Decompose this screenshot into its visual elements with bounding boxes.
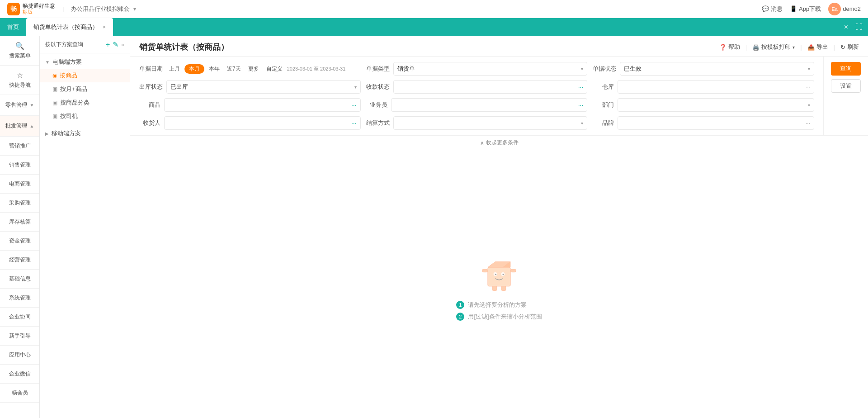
scheme-group-header-mobile[interactable]: ▶ 移动端方案 xyxy=(40,127,130,140)
settlement-input[interactable]: ▾ xyxy=(393,116,588,130)
date-tab-last7[interactable]: 近7天 xyxy=(224,64,244,74)
svg-rect-7 xyxy=(492,286,497,291)
sidebar-item-search[interactable]: 🔍 搜索菜单 xyxy=(0,36,39,66)
salesperson-label: 业务员 xyxy=(366,101,391,109)
scheme-collapse-btn[interactable]: « xyxy=(121,42,124,48)
sidebar-item-apps[interactable]: 应用中心 xyxy=(0,346,39,365)
scheme-panel-title: 按以下方案查询 xyxy=(45,41,83,48)
svg-point-3 xyxy=(495,274,496,275)
date-range: 2023-03-01 至 2023-03-31 xyxy=(287,66,346,72)
sidebar-item-guide[interactable]: 新手引导 xyxy=(0,327,39,346)
message-btn[interactable]: 💬 消息 xyxy=(762,5,783,13)
sidebar-item-finance[interactable]: 资金管理 xyxy=(0,232,39,251)
sidebar-item-basic[interactable]: 基础信息 xyxy=(0,270,39,289)
filter-warehouse-cell: 仓库 ··· xyxy=(593,80,814,94)
filter-section: 单据日期 上月 本月 本年 近7天 更多 自定义 2023-03-01 至 20… xyxy=(130,57,868,136)
filter-stock-cell: 出库状态 已出库 ▾ xyxy=(139,80,361,94)
filter-brand-cell: 品牌 ··· xyxy=(593,116,814,130)
sidebar-item-purchase[interactable]: 采购管理 xyxy=(0,194,39,213)
empty-tips: 1 请先选择要分析的方案 2 用[过滤]条件来缩小分析范围 xyxy=(456,301,542,321)
scheme-item-by-month-product[interactable]: ▣ 按月+商品 xyxy=(40,82,130,96)
recipient-input[interactable]: ··· xyxy=(164,116,361,130)
department-label: 部门 xyxy=(593,101,618,109)
scheme-add-btn[interactable]: + xyxy=(106,41,110,48)
query-button[interactable]: 查询 xyxy=(831,62,861,76)
filter-fields: 单据日期 上月 本月 本年 近7天 更多 自定义 2023-03-01 至 20… xyxy=(130,57,823,135)
docstatus-arrow: ▾ xyxy=(808,66,810,71)
sidebar-item-sales[interactable]: 销售管理 xyxy=(0,156,39,175)
svg-rect-8 xyxy=(501,286,506,291)
sidebar-item-operations[interactable]: 经营管理 xyxy=(0,251,39,270)
brand-input[interactable]: ··· xyxy=(618,116,814,130)
scheme-item-icon: ◉ xyxy=(52,72,57,79)
header-left: 畅 畅捷通好生意 标版 | 办公用品行业模拟账套 ▾ xyxy=(7,3,136,15)
stock-label: 出库状态 xyxy=(139,83,166,91)
sidebar-item-member[interactable]: 畅会员 xyxy=(0,384,39,403)
tab-close-window-btn[interactable]: × xyxy=(842,21,850,33)
payment-input[interactable]: ··· xyxy=(393,80,588,94)
sidebar-item-retail[interactable]: 零售管理 ▼ xyxy=(0,95,39,116)
svg-point-4 xyxy=(503,274,504,275)
scheme-item-by-category[interactable]: ▣ 按商品分类 xyxy=(40,96,130,109)
header-right: 💬 消息 📱 App下载 Ea demo2 xyxy=(762,3,861,15)
help-btn[interactable]: ❓ 帮助 xyxy=(719,43,740,51)
tab-close-btn[interactable]: × xyxy=(103,24,106,30)
tip-num-1: 1 xyxy=(456,301,464,309)
tab-sales-stats[interactable]: 销货单统计表（按商品） × xyxy=(26,18,113,36)
empty-tip-2: 2 用[过滤]条件来缩小分析范围 xyxy=(456,313,542,321)
user-area[interactable]: Ea demo2 xyxy=(828,3,861,15)
date-tab-more[interactable]: 更多 xyxy=(245,64,262,74)
refresh-btn[interactable]: ↻ 刷新 xyxy=(840,43,859,51)
scheme-item-by-printer[interactable]: ▣ 按司机 xyxy=(40,109,130,123)
print-btn[interactable]: 🖨️ 按模板打印 ▾ xyxy=(752,43,795,51)
sidebar-item-system[interactable]: 系统管理 xyxy=(0,289,39,308)
doctype-input[interactable]: 销货单 ▾ xyxy=(393,62,588,76)
collapse-bar[interactable]: ∧ 收起更多条件 xyxy=(130,136,868,149)
scheme-group-header-desktop[interactable]: ▼ 电脑端方案 xyxy=(40,55,130,69)
export-btn[interactable]: 📤 导出 xyxy=(807,43,828,51)
department-arrow: ▾ xyxy=(808,103,810,108)
scheme-item-by-product[interactable]: ◉ 按商品 xyxy=(40,69,130,82)
scheme-group-desktop: ▼ 电脑端方案 ◉ 按商品 ▣ 按月+商品 ▣ 按商品分类 ▣ 按司机 xyxy=(40,53,130,125)
department-input[interactable]: ▾ xyxy=(618,98,814,112)
filter-product-cell: 商品 ··· xyxy=(139,98,361,112)
content-area: 按以下方案查询 + ✎ « ▼ 电脑端方案 ◉ 按商品 ▣ xyxy=(40,36,868,418)
svg-rect-0 xyxy=(488,267,510,286)
sidebar-item-wechat[interactable]: 企业微信 xyxy=(0,365,39,384)
stock-input[interactable]: 已出库 ▾ xyxy=(166,80,361,94)
recipient-dots: ··· xyxy=(351,119,357,127)
date-tab-custom[interactable]: 自定义 xyxy=(264,64,285,74)
tab-fullscreen-btn[interactable]: ⛶ xyxy=(854,21,864,33)
docstatus-input[interactable]: 已生效 ▾ xyxy=(620,62,814,76)
date-tab-this-month[interactable]: 本月 xyxy=(184,64,204,74)
sidebar-item-marketing[interactable]: 营销推广 xyxy=(0,137,39,156)
date-tab-last-month[interactable]: 上月 xyxy=(166,64,183,74)
filter-row-4: 收货人 ··· 结算方式 ▾ xyxy=(139,116,814,130)
sidebar-item-quicknav[interactable]: ☆ 快捷导航 xyxy=(0,66,39,95)
filter-department-cell: 部门 ▾ xyxy=(593,98,814,112)
salesperson-input[interactable]: ··· xyxy=(391,98,588,112)
doctype-arrow: ▾ xyxy=(581,66,583,71)
warehouse-input[interactable]: ··· xyxy=(618,80,814,94)
sidebar-item-enterprise[interactable]: 企业协同 xyxy=(0,308,39,327)
scheme-group-label: 电脑端方案 xyxy=(52,58,124,66)
collapse-label: 收起更多条件 xyxy=(486,139,519,147)
date-tab-this-year[interactable]: 本年 xyxy=(206,64,222,74)
salesperson-dots: ··· xyxy=(578,101,584,109)
tab-home[interactable]: 首页 xyxy=(0,18,26,36)
settlement-arrow: ▾ xyxy=(581,121,583,126)
tab-bar: 首页 销货单统计表（按商品） × × ⛶ xyxy=(0,18,868,36)
sidebar-item-inventory[interactable]: 库存核算 xyxy=(0,213,39,232)
filter-docstatus-cell: 单据状态 已生效 ▾ xyxy=(593,62,814,76)
scheme-edit-btn[interactable]: ✎ xyxy=(113,41,118,48)
app-download-btn[interactable]: 📱 App下载 xyxy=(790,5,821,13)
header-dropdown[interactable]: ▾ xyxy=(133,6,136,12)
stock-arrow: ▾ xyxy=(354,85,357,90)
tab-home-label: 首页 xyxy=(7,23,19,31)
scheme-group-mobile: ▶ 移动端方案 xyxy=(40,125,130,142)
product-input[interactable]: ··· xyxy=(164,98,361,112)
sidebar-item-ecommerce[interactable]: 电商管理 xyxy=(0,175,39,194)
settings-button[interactable]: 设置 xyxy=(831,79,861,93)
sidebar-item-wholesale[interactable]: 批发管理 ▲ xyxy=(0,116,39,137)
scheme-panel: 按以下方案查询 + ✎ « ▼ 电脑端方案 ◉ 按商品 ▣ xyxy=(40,36,130,418)
